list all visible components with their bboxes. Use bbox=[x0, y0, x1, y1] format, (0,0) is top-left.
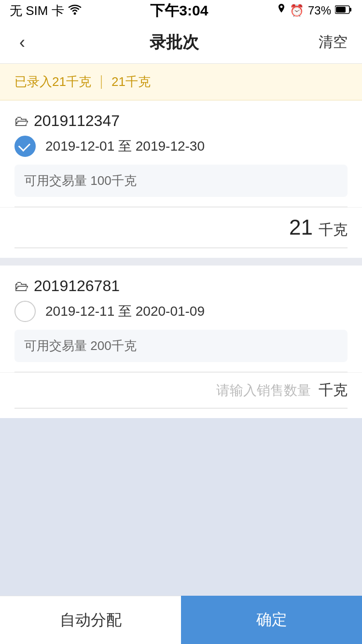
bottom-bar: 自动分配 确定 bbox=[0, 596, 362, 644]
wifi-icon bbox=[68, 3, 82, 18]
batch-row-1[interactable]: 2019-12-01 至 2019-12-30 bbox=[14, 136, 348, 157]
available-box-1: 可用交易量 100千克 bbox=[14, 165, 348, 197]
batch-item-2: 🗁 2019126781 2019-12-11 至 2020-01-09 可用交… bbox=[0, 266, 362, 418]
bottom-background bbox=[0, 418, 362, 602]
alarm-icon: ⏰ bbox=[290, 4, 304, 17]
doc-icon-2: 🗁 bbox=[14, 278, 29, 294]
batch-id-2: 2019126781 bbox=[34, 277, 120, 295]
radio-unselected-2[interactable] bbox=[14, 301, 36, 322]
batch-date-1: 2019-12-01 至 2019-12-30 bbox=[45, 137, 205, 155]
svg-rect-2 bbox=[349, 8, 351, 12]
radio-selected-1[interactable] bbox=[14, 136, 36, 157]
status-bar: 无 SIM 卡 下午3:04 ⏰ 73% bbox=[0, 0, 362, 21]
available-text-1: 可用交易量 100千克 bbox=[24, 173, 137, 188]
amount-unit-1: 千克 bbox=[319, 220, 348, 240]
input-row-2[interactable]: 请输入销售数量 千克 bbox=[0, 372, 362, 408]
section-divider bbox=[0, 258, 362, 266]
batch-id-1: 2019112347 bbox=[34, 112, 120, 130]
doc-icon-1: 🗁 bbox=[14, 113, 29, 129]
status-left: 无 SIM 卡 bbox=[10, 2, 82, 19]
recorded-label: 已录入21千克 bbox=[14, 73, 91, 90]
info-banner: 已录入21千克 21千克 bbox=[0, 64, 362, 100]
available-box-2: 可用交易量 200千克 bbox=[14, 330, 348, 362]
confirm-button[interactable]: 确定 bbox=[181, 596, 362, 644]
status-time: 下午3:04 bbox=[150, 1, 208, 21]
batch-item-1: 🗁 2019112347 2019-12-01 至 2019-12-30 可用交… bbox=[0, 100, 362, 258]
page-title: 录批次 bbox=[150, 31, 199, 54]
amount-row-1: 21 千克 bbox=[0, 207, 362, 248]
batch-header-1: 🗁 2019112347 bbox=[14, 112, 348, 130]
input-placeholder-2: 请输入销售数量 bbox=[216, 381, 311, 400]
banner-divider bbox=[101, 75, 102, 89]
nav-bar: ‹ 录批次 清空 bbox=[0, 21, 362, 64]
status-right: ⏰ 73% bbox=[277, 4, 352, 17]
input-unit-2: 千克 bbox=[319, 380, 348, 400]
recorded-value: 21千克 bbox=[111, 73, 151, 90]
svg-point-0 bbox=[73, 12, 76, 14]
batch-date-2: 2019-12-11 至 2020-01-09 bbox=[45, 302, 205, 321]
auto-distribute-button[interactable]: 自动分配 bbox=[0, 596, 181, 644]
available-text-2: 可用交易量 200千克 bbox=[24, 338, 137, 353]
battery-percent: 73% bbox=[308, 4, 331, 17]
clear-button[interactable]: 清空 bbox=[319, 32, 348, 52]
location-icon bbox=[277, 4, 286, 17]
batch-row-2[interactable]: 2019-12-11 至 2020-01-09 bbox=[14, 301, 348, 322]
battery-icon bbox=[335, 4, 352, 17]
svg-rect-3 bbox=[336, 7, 346, 13]
batch-header-2: 🗁 2019126781 bbox=[14, 277, 348, 295]
back-button[interactable]: ‹ bbox=[14, 28, 30, 57]
sim-status: 无 SIM 卡 bbox=[10, 2, 64, 19]
amount-value-1: 21 bbox=[289, 215, 313, 239]
